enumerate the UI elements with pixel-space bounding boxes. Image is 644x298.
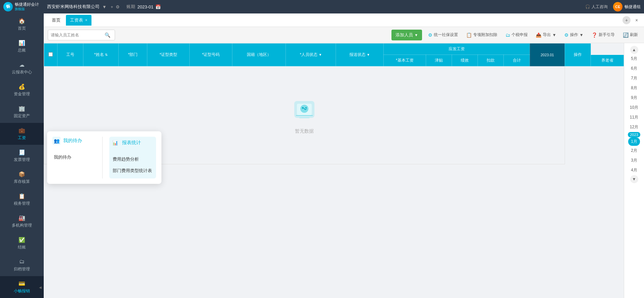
header-right: 🎧 人工咨询 CE 畅捷通组 xyxy=(585,2,641,11)
tab-bar-close-button[interactable]: × xyxy=(633,16,641,24)
sidebar-item-inventory[interactable]: 📦 库存核算 xyxy=(0,167,44,189)
tab-bar: 首页 工资表 × + × xyxy=(44,13,644,27)
tab-salary-close[interactable]: × xyxy=(85,18,87,22)
filter-icon: ▼ xyxy=(318,53,322,57)
dropdown-col1: 👥 我的待办 我的待办 xyxy=(52,137,96,178)
headset-icon: 🎧 xyxy=(585,4,590,9)
sidebar-item-ledger[interactable]: 📊 总账 xyxy=(0,35,44,57)
timeline-month-5[interactable]: 5月 xyxy=(630,54,639,64)
period-area: 账期 2023-01 📅 xyxy=(126,4,161,10)
operations-dropdown-icon: ▼ xyxy=(579,33,583,37)
timeline-month-4[interactable]: 4月 xyxy=(630,165,639,175)
multi-icon: 🏭 xyxy=(18,214,25,221)
app-name: 畅捷通好会计 xyxy=(15,2,39,7)
sidebar-item-salary[interactable]: 💼 工资 xyxy=(0,123,44,145)
sidebar-label-funds: 资金管理 xyxy=(14,91,30,97)
timeline-month-8[interactable]: 8月 xyxy=(630,83,639,93)
tax-declaration-action[interactable]: 🗂 个税申报 xyxy=(503,31,530,39)
timeline-month-3[interactable]: 3月 xyxy=(630,156,639,165)
sidebar-item-multi[interactable]: 🏭 多机构管理 xyxy=(0,210,44,232)
tax-icon: 📋 xyxy=(18,193,25,199)
social-insurance-action[interactable]: ⚙ 统一社保设置 xyxy=(426,31,460,39)
th-id-type: *证型类型 xyxy=(147,43,190,66)
special-deduction-action[interactable]: 📋 专项附加扣除 xyxy=(464,31,499,39)
th-deductions: 扣款 xyxy=(478,55,504,66)
export-icon: 📤 xyxy=(536,32,541,38)
timeline-month-7[interactable]: 7月 xyxy=(630,73,639,83)
sidebar-label-multi: 多机构管理 xyxy=(12,223,32,228)
settlement-icon: ✅ xyxy=(18,236,25,243)
company-dropdown-icon[interactable]: ▼ xyxy=(102,4,107,9)
search-icon[interactable]: 🔍 xyxy=(105,32,110,38)
service-button[interactable]: 🎧 人工咨询 xyxy=(585,4,608,10)
sidebar-item-invoice[interactable]: 🧾 发票管理 xyxy=(0,145,44,167)
timeline-scroll-down[interactable]: ▼ xyxy=(630,175,638,183)
settings-icon[interactable]: ⚙ xyxy=(116,4,120,9)
dropdown-expense-trend[interactable]: 费用趋势分析 xyxy=(111,154,154,165)
search-wrapper: 🔍 xyxy=(48,30,115,40)
sidebar-label-ledger: 总账 xyxy=(18,47,26,53)
toolbar-right: 添加人员 ▼ ⚙ 统一社保设置 📋 专项附加扣除 🗂 个税申报 📤 导 xyxy=(391,30,640,40)
timeline-month-6[interactable]: 6月 xyxy=(630,64,639,73)
timeline-scroll-up[interactable]: ▲ xyxy=(630,46,638,54)
ledger-icon: 📊 xyxy=(18,39,25,46)
sidebar-label-inventory: 库存核算 xyxy=(14,179,30,185)
dropdown-col2-icon: 📊 xyxy=(111,139,119,147)
select-all-checkbox[interactable] xyxy=(48,52,53,57)
calendar-icon[interactable]: 📅 xyxy=(155,4,161,9)
timeline-month-9[interactable]: 9月 xyxy=(630,93,639,103)
search-input[interactable] xyxy=(51,33,105,37)
dropdown-col1-header: 👥 我的待办 xyxy=(52,137,96,147)
timeline-month-2[interactable]: 2月 xyxy=(630,146,639,156)
sidebar-item-assets[interactable]: 🏢 固定资产 xyxy=(0,101,44,123)
social-insurance-label: 统一社保设置 xyxy=(434,32,458,38)
sidebar-item-xiaochang[interactable]: 💳 小畅报销 ◀ xyxy=(0,276,44,298)
new-guide-action[interactable]: ❓ 新手引导 xyxy=(590,31,617,39)
period-label: 账期 xyxy=(126,4,135,10)
th-performance: 绩效 xyxy=(452,55,478,66)
dropdown-cols: 👥 我的待办 我的待办 📊 报表统计 费用趋势分析 部门费用类型统计表 xyxy=(52,137,156,178)
dropdown-dept-expense[interactable]: 部门费用类型统计表 xyxy=(111,165,154,176)
add-people-label: 添加人员 xyxy=(395,32,413,38)
refresh-icon: 🔄 xyxy=(623,32,629,38)
social-insurance-icon: ⚙ xyxy=(428,32,432,38)
timeline-month-11[interactable]: 11月 xyxy=(629,112,640,122)
toolbar: 🔍 添加人员 ▼ ⚙ 统一社保设置 📋 专项附加扣除 🗂 个税申报 xyxy=(44,27,644,43)
tax-declaration-icon: 🗂 xyxy=(505,32,510,38)
timeline-month-1[interactable]: 1月 xyxy=(628,137,640,146)
th-checkbox[interactable] xyxy=(44,43,58,66)
logo-icon: 畅 xyxy=(3,2,13,11)
tab-home[interactable]: 首页 xyxy=(48,15,65,26)
sidebar: 🏠 首页 📊 总账 ☁ 云报表中心 💰 资金管理 🏢 固定资产 💼 工资 🧾 发… xyxy=(0,13,44,298)
sidebar-label-assets: 固定资产 xyxy=(14,113,30,119)
xiaochang-dropdown: 👥 我的待办 我的待办 📊 报表统计 费用趋势分析 部门费用类型统计表 xyxy=(47,131,161,184)
svg-point-3 xyxy=(302,107,303,108)
timeline-panel: ▲ 5月 6月 7月 8月 9月 10月 11月 12月 2023 1月 2月 … xyxy=(624,43,644,298)
refresh-action[interactable]: 🔄 刷新 xyxy=(621,31,640,39)
sidebar-item-reports[interactable]: ☁ 云报表中心 xyxy=(0,57,44,79)
timeline-month-12[interactable]: 12月 xyxy=(629,122,640,132)
dropdown-my-todo[interactable]: 我的待办 xyxy=(52,152,96,163)
timeline-month-10[interactable]: 10月 xyxy=(629,103,640,112)
user-area[interactable]: CE 畅捷通组 xyxy=(613,2,641,11)
th-operations-col: 操作 xyxy=(565,43,591,66)
th-year: 2023.01 xyxy=(530,43,565,66)
dropdown-divider xyxy=(102,137,103,178)
sidebar-item-home[interactable]: 🏠 首页 xyxy=(0,13,44,35)
sidebar-item-archive[interactable]: 🗂 归档管理 xyxy=(0,254,44,276)
operations-action[interactable]: ⚙ 操作 ▼ xyxy=(562,31,585,39)
sidebar-item-settlement[interactable]: ✅ 结账 xyxy=(0,232,44,254)
sidebar-label-xiaochang: 小畅报销 xyxy=(14,288,30,294)
th-id-no: *证型号码 xyxy=(190,43,232,66)
add-btn-dropdown-icon: ▼ xyxy=(414,33,418,37)
tab-salary[interactable]: 工资表 × xyxy=(66,15,91,26)
export-action[interactable]: 📤 导出 ▼ xyxy=(534,31,558,39)
sidebar-item-funds[interactable]: 💰 资金管理 xyxy=(0,79,44,101)
add-people-button[interactable]: 添加人员 ▼ xyxy=(391,30,422,40)
tab-add-button[interactable]: + xyxy=(622,16,631,24)
sidebar-item-tax[interactable]: 📋 税务管理 xyxy=(0,189,44,210)
special-deduction-label: 专项附加扣除 xyxy=(473,32,497,38)
svg-point-4 xyxy=(305,107,307,108)
add-company-icon[interactable]: + xyxy=(111,4,113,9)
th-emp-no: 工号 xyxy=(58,43,83,66)
